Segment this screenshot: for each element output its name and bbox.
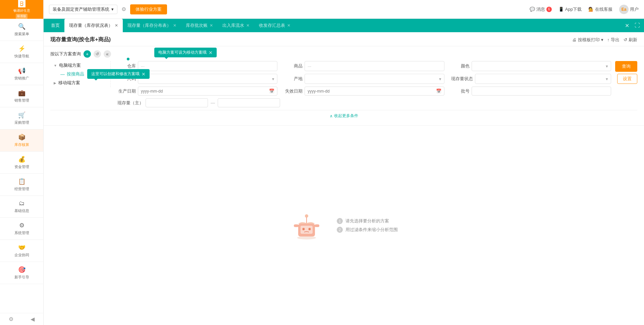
system-name: 装备及固定资产辅助管理系统 [53,6,109,12]
expire-date-input[interactable]: 📅 [305,87,444,96]
sidebar-item-quick-nav[interactable]: ⚡ 快捷导航 [0,41,43,63]
sidebar-item-search[interactable]: 🔍 搜索菜单 [0,19,43,41]
color-label: 颜色 [451,63,470,69]
empty-step-2: 2 用过滤条件来缩小分析范围 [337,227,398,233]
batch-input[interactable] [472,87,611,96]
goods-dots: ··· [308,64,311,69]
user-avatar: Ea [619,5,629,14]
stock-status-input[interactable]: ▾ [475,74,611,84]
sidebar-item-enterprise[interactable]: 🤝 企业协同 [0,240,43,262]
produce-date-input[interactable]: 📅 [138,87,277,96]
refresh-btn[interactable]: ↺ 刷新 [624,37,637,43]
tab-inout-flow[interactable]: 出入库流水 ✕ [218,19,254,32]
goods-input[interactable]: ··· [305,61,444,71]
topbar-left: 装备及固定资产辅助管理系统 ▾ ⚙ 体验行业方案 [49,4,167,14]
sidebar-item-purchase[interactable]: 🛒 采购管理 [0,107,43,129]
system-selector[interactable]: 装备及固定资产辅助管理系统 ▾ [49,5,117,14]
expire-date-calendar-icon: 📅 [436,89,441,94]
export-label: 导出 [611,37,620,43]
tab-inout-flow-close[interactable]: ✕ [246,23,250,28]
batch-label: 批号 [451,88,470,94]
sidebar-item-operations[interactable]: 📋 经营管理 [0,174,43,196]
tab-receive-summary[interactable]: 收发存汇总表 ✕ [254,19,295,32]
expire-date-start[interactable] [308,89,434,94]
print-template-btn[interactable]: 🖨 按模板打印 ▾ [572,37,603,43]
sidebar-item-sales[interactable]: 💼 销售管理 [0,85,43,107]
tab-inventory-status-close[interactable]: ✕ [115,23,118,28]
tab-batch-account-close[interactable]: ✕ [210,23,213,28]
stock-status-field: 现存量状态 ▾ [451,74,611,84]
step-1-text: 请先选择要分析的方案 [345,218,389,224]
warehouse-input[interactable]: ··· [138,61,277,71]
messages-label: 消息 [536,6,545,12]
pc-default-dash: — [60,72,65,77]
messages-btn[interactable]: 💬 消息 6 [530,6,552,12]
batch-field: 批号 [451,87,611,96]
color-input[interactable]: ▾ [472,61,611,71]
sidebar-item-system[interactable]: ⚙ 系统管理 [0,218,43,240]
sidebar-bottom: ⚙ ◀ [0,313,43,325]
sidebar-item-basic[interactable]: 🗂 基础信息 [0,196,43,218]
expire-date-field: 失效日期 📅 [284,87,444,96]
sidebar-item-finance[interactable]: 💰 资金管理 [0,152,43,174]
svg-rect-7 [294,224,299,227]
purchase-icon: 🛒 [18,111,25,119]
tab-home[interactable]: 首页 [46,19,64,32]
produce-date-label: 生产日期 [117,88,136,94]
mobile-arrow-icon: ▶ [54,81,56,85]
origin-field: 产地 ▾ [284,74,444,84]
color-field: 颜色 ▾ [451,61,611,71]
industry-btn[interactable]: 体验行业方案 [130,4,167,14]
create-scheme-tooltip-close[interactable]: ✕ [142,71,146,77]
sidebar-settings-btn[interactable]: ⚙ [9,316,13,322]
search-buttons: 查询 设置 [615,61,637,84]
setup-btn[interactable]: 设置 [617,74,637,84]
sidebar-item-inventory[interactable]: 📦 库存核算 [0,129,43,152]
search-btn[interactable]: 查询 [615,61,637,72]
page-title: 现存量查询(按仓库+商品) [50,36,111,43]
tabs-close-all-btn[interactable]: ✕ [624,21,631,30]
origin-input[interactable]: ▾ [305,74,444,84]
goods-field: 商品 ··· [284,61,444,71]
pc-arrow-icon: ▼ [54,64,57,67]
tab-receive-summary-label: 收发存汇总表 [259,22,285,29]
reload-scheme-btn[interactable]: ↺ [94,50,101,58]
tab-inventory-dist-close[interactable]: ✕ [173,23,176,28]
sidebar-item-marketing[interactable]: 📢 营销推广 [0,63,43,85]
scheme-tooltip-close[interactable]: ✕ [209,50,213,55]
empty-illustration [290,210,323,240]
finance-icon: 💰 [18,156,25,163]
stock-main-from[interactable] [146,98,208,107]
add-scheme-btn[interactable]: + [84,50,91,58]
system-icon: ⚙ [19,222,24,229]
scheme-tree-mobile[interactable]: ▶ 移动端方案 [54,78,106,87]
filter-fields: 仓库 ··· 商品 ··· [117,61,611,110]
tab-inout-flow-label: 出入库流水 [222,22,244,29]
export-btn[interactable]: ↑ 导出 [607,37,620,43]
sidebar-collapse-btn[interactable]: ◀ [31,316,35,322]
produce-date-start[interactable] [141,89,267,94]
tabs-right-actions: ✕ ⛶ [624,21,641,30]
collapse-bar[interactable]: ∧ 收起更多条件 [50,110,637,121]
refresh-label: 刷新 [629,37,637,43]
user-profile-btn[interactable]: Ea 用户 [619,5,639,14]
tab-inventory-status[interactable]: 现存量（库存状况表） ✕ [64,19,123,32]
tab-inventory-dist[interactable]: 现存量（库存分布表） ✕ [123,19,181,32]
back-btn[interactable]: « [104,50,111,58]
stock-main-label: 现存量（主） [117,100,144,106]
settings-gear-btn[interactable]: ⚙ [121,6,126,12]
quick-nav-icon: ⚡ [18,45,25,52]
svg-point-10 [305,214,308,218]
scheme-tree-pc[interactable]: ▼ 电脑端方案 [54,61,106,70]
tabs-fullscreen-btn[interactable]: ⛶ [633,21,641,30]
stock-main-to[interactable] [218,98,280,107]
main-content: 装备及固定资产辅助管理系统 ▾ ⚙ 体验行业方案 💬 消息 6 📱 App下载 … [44,0,644,325]
empty-step-1: 1 请先选择要分析的方案 [337,218,398,224]
tab-receive-summary-close[interactable]: ✕ [287,23,290,28]
sidebar-item-guide[interactable]: 🎯 新手引导 [0,262,43,284]
expire-date-label: 失效日期 [284,88,303,94]
app-download-btn[interactable]: 📱 App下载 [558,6,582,12]
online-support-btn[interactable]: 💁 在线客服 [588,6,612,12]
size-input[interactable]: ▾ [138,74,277,84]
tab-batch-account[interactable]: 库存批次账 ✕ [181,19,218,32]
